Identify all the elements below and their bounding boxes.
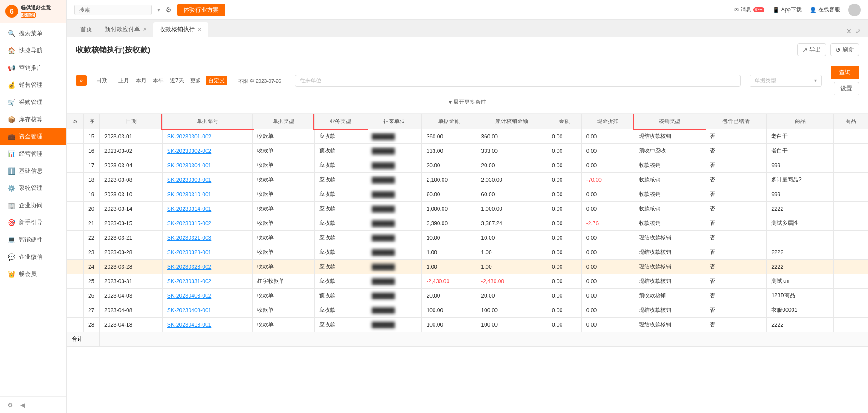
partner-filter[interactable]: 往来单位 ··· — [295, 75, 741, 87]
date-opt-last-month[interactable]: 上月 — [117, 76, 131, 85]
row-select[interactable] — [67, 144, 84, 158]
filter-toggle-icon[interactable]: » — [76, 75, 87, 86]
table-row[interactable]: 202023-03-14SK-20230314-001收款单应收款██████1… — [67, 202, 868, 216]
close-tab-icon[interactable]: ✕ — [846, 28, 852, 35]
row-balance: 0.00 — [547, 187, 582, 202]
row-doc-no[interactable]: SK-20230331-002 — [162, 274, 253, 289]
row-doc-no[interactable]: SK-20230418-001 — [162, 318, 253, 332]
table-row[interactable]: 232023-03-28SK-20230328-001收款单应收款██████1… — [67, 245, 868, 260]
sidebar-item-quick-nav[interactable]: 🏠 快捷导航 — [0, 42, 66, 59]
table-row[interactable]: 282023-04-18SK-20230418-001收款单应收款██████1… — [67, 318, 868, 332]
row-select[interactable] — [67, 260, 84, 274]
date-opt-custom[interactable]: 自定义 — [206, 76, 227, 85]
search-input[interactable] — [74, 5, 152, 15]
row-doc-no[interactable]: SK-20230321-003 — [162, 231, 253, 245]
collapse-icon[interactable]: ◀ — [20, 401, 25, 408]
row-doc-no[interactable]: SK-20230403-002 — [162, 289, 253, 303]
footer-empty — [100, 332, 868, 347]
table-row[interactable]: 222023-03-21SK-20230321-003收款单应收款██████1… — [67, 231, 868, 245]
row-select[interactable] — [67, 245, 84, 260]
footer-label: 合计 — [67, 332, 100, 347]
row-cash-discount: 0.00 — [581, 289, 634, 303]
tab-prepay[interactable]: 预付款应付单 ✕ — [99, 22, 153, 37]
tab-home[interactable]: 首页 — [74, 22, 99, 37]
messages-action[interactable]: ✉ 消息 99+ — [734, 6, 764, 14]
tab-prepay-close-icon[interactable]: ✕ — [143, 27, 147, 33]
row-include-settled: 否 — [705, 289, 766, 303]
row-doc-no[interactable]: SK-20230302-002 — [162, 144, 253, 158]
row-select[interactable] — [67, 289, 84, 303]
row-select[interactable] — [67, 274, 84, 289]
table-row[interactable]: 252023-03-31SK-20230331-002红字收款单应收款█████… — [67, 274, 868, 289]
query-button[interactable]: 查询 — [831, 66, 859, 79]
user-avatar[interactable] — [848, 4, 861, 16]
date-opt-this-year[interactable]: 本年 — [151, 76, 165, 85]
sidebar-item-label: 资金管理 — [19, 133, 42, 141]
maximize-icon[interactable]: ⤢ — [855, 28, 861, 35]
sidebar-item-wechat[interactable]: 💬 企业微信 — [0, 248, 66, 266]
tab-collection[interactable]: 收款核销执行 ✕ — [153, 22, 208, 37]
row-select[interactable] — [67, 158, 84, 173]
row-doc-no[interactable]: SK-20230310-001 — [162, 187, 253, 202]
row-select[interactable] — [67, 187, 84, 202]
sidebar-item-member[interactable]: 👑 畅会员 — [0, 266, 66, 283]
sidebar-item-operations[interactable]: 📊 经营管理 — [0, 145, 66, 162]
industry-solution-button[interactable]: 体验行业方案 — [177, 4, 225, 16]
row-select[interactable] — [67, 216, 84, 231]
sidebar-item-finance[interactable]: 💼 资金管理 — [0, 128, 66, 145]
table-row[interactable]: 262023-04-03SK-20230403-002收款单预收款██████2… — [67, 289, 868, 303]
sidebar-item-sales[interactable]: 💰 销售管理 — [0, 76, 66, 94]
table-row[interactable]: 162023-03-02SK-20230302-002收款单预收款██████3… — [67, 144, 868, 158]
table-row[interactable]: 192023-03-10SK-20230310-001收款单应收款██████6… — [67, 187, 868, 202]
row-select[interactable] — [67, 173, 84, 187]
row-doc-no[interactable]: SK-20230408-001 — [162, 303, 253, 318]
row-select[interactable] — [67, 202, 84, 216]
row-doc-no[interactable]: SK-20230308-001 — [162, 173, 253, 187]
table-row[interactable]: 242023-03-28SK-20230328-002收款单应收款██████1… — [67, 260, 868, 274]
online-service-action[interactable]: 👤 在线客服 — [810, 6, 840, 14]
settings-bottom-icon[interactable]: ⚙ — [7, 401, 13, 408]
row-doc-no[interactable]: SK-20230315-002 — [162, 216, 253, 231]
refresh-button[interactable]: ↺ 刷新 — [830, 43, 859, 56]
sidebar-item-label: 营销推广 — [19, 64, 42, 72]
settings-button[interactable]: 设置 — [834, 82, 859, 95]
table-row[interactable]: 272023-04-08SK-20230408-001收款单应收款██████1… — [67, 303, 868, 318]
table-row[interactable]: 182023-03-08SK-20230308-001收款单应收款██████2… — [67, 173, 868, 187]
sidebar-item-inventory[interactable]: 📦 库存核算 — [0, 111, 66, 128]
row-doc-no[interactable]: SK-20230314-001 — [162, 202, 253, 216]
row-doc-no[interactable]: SK-20230304-001 — [162, 158, 253, 173]
table-row[interactable]: 212023-03-15SK-20230315-002收款单应收款██████3… — [67, 216, 868, 231]
dropdown-arrow-icon[interactable]: ▾ — [157, 7, 160, 13]
table-row[interactable]: 172023-03-04SK-20230304-001收款单应收款██████2… — [67, 158, 868, 173]
sidebar-item-basic-info[interactable]: ℹ️ 基础信息 — [0, 162, 66, 180]
row-select[interactable] — [67, 129, 84, 144]
doc-type-filter[interactable]: 单据类型 ▾ — [750, 75, 822, 87]
tab-collection-close-icon[interactable]: ✕ — [198, 27, 202, 33]
gear-icon[interactable]: ⚙ — [165, 5, 172, 14]
row-seq: 26 — [84, 289, 100, 303]
table-row[interactable]: 152023-03-01SK-20230301-002收款单应收款██████3… — [67, 129, 868, 144]
sidebar-item-corp[interactable]: 🏢 企业协同 — [0, 197, 66, 214]
row-biz-type: 应收款 — [314, 274, 367, 289]
row-doc-no[interactable]: SK-20230301-002 — [162, 129, 253, 144]
row-doc-no[interactable]: SK-20230328-001 — [162, 245, 253, 260]
sidebar-item-hardware[interactable]: 💻 智能硬件 — [0, 231, 66, 248]
row-select[interactable] — [67, 318, 84, 332]
date-opt-more[interactable]: 更多 — [189, 76, 203, 85]
sidebar-item-purchase[interactable]: 🛒 采购管理 — [0, 94, 66, 111]
col-settings[interactable]: ⚙ — [67, 114, 84, 129]
row-select[interactable] — [67, 303, 84, 318]
date-opt-this-month[interactable]: 本月 — [134, 76, 148, 85]
sidebar-item-marketing[interactable]: 📢 营销推广 — [0, 59, 66, 76]
sidebar-item-guide[interactable]: 🎯 新手引导 — [0, 214, 66, 231]
expand-more-conditions[interactable]: ▾ 展开更多条件 — [76, 95, 859, 109]
sales-icon: 💰 — [7, 81, 15, 89]
row-doc-no[interactable]: SK-20230328-002 — [162, 260, 253, 274]
row-partner: ██████ — [367, 202, 422, 216]
sidebar-item-system[interactable]: ⚙️ 系统管理 — [0, 180, 66, 197]
app-download-action[interactable]: 📱 App下载 — [773, 6, 802, 14]
export-button[interactable]: ↗ 导出 — [797, 43, 826, 56]
date-opt-7days[interactable]: 近7天 — [168, 76, 186, 85]
sidebar-item-search-menu[interactable]: 🔍 搜索菜单 — [0, 25, 66, 42]
row-select[interactable] — [67, 231, 84, 245]
